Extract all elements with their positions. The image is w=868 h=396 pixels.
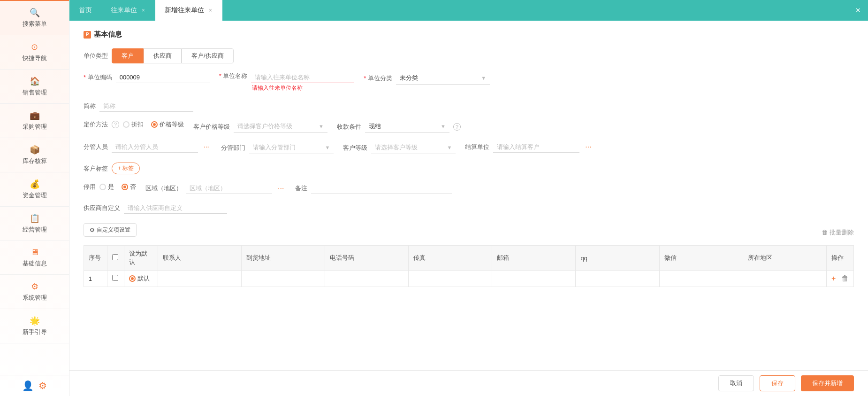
disabled-radio-group: 是 否 (99, 183, 136, 191)
search-icon: 🔍 (30, 8, 40, 18)
pricing-label: 定价方法 (84, 120, 108, 129)
sidebar-item-system[interactable]: ⚙ 系统管理 (0, 275, 69, 309)
cell-region[interactable] (743, 271, 826, 287)
add-row-button[interactable]: + (831, 274, 836, 282)
sales-icon: 🏠 (30, 76, 40, 86)
address-input[interactable] (246, 275, 320, 282)
row-default-dot (129, 275, 136, 282)
basic-icon: 🖥 (30, 248, 39, 257)
sidebar-item-sales[interactable]: 🏠 销售管理 (0, 70, 69, 104)
customer-level-select[interactable]: 请选择客户等级 ▼ (371, 141, 456, 154)
sidebar-item-purchase[interactable]: 💼 采购管理 (0, 104, 69, 138)
delete-row-button[interactable]: 🗑 (841, 274, 849, 282)
main-area: 首页 往来单位 × 新增往来单位 × × P 基本信息 单位类型 客户 供应商 … (69, 0, 868, 396)
supplier-custom-field: 供应商自定义 (84, 202, 227, 214)
customer-price-label: 客户价格等级 (193, 123, 230, 131)
cell-phone[interactable] (325, 271, 408, 287)
price-chevron-icon: ▼ (319, 124, 324, 129)
user-icon[interactable]: 👤 (22, 380, 34, 391)
tab-new-contact-close[interactable]: × (208, 6, 213, 15)
tab-bar-close-all[interactable]: × (855, 6, 860, 16)
col-contact: 联系人 (158, 246, 241, 271)
sidebar-bottom: 👤 ⚙ (0, 375, 69, 396)
customer-level-label: 客户等级 (343, 144, 367, 152)
remark-input[interactable] (311, 183, 452, 194)
email-input[interactable] (497, 275, 571, 282)
settings-icon[interactable]: ⚙ (38, 380, 47, 391)
cell-fax[interactable] (409, 271, 492, 287)
sidebar-item-quick-nav[interactable]: ⊙ 快捷导航 (0, 35, 69, 70)
pricing-radio-level[interactable]: 价格等级 (151, 120, 184, 129)
unit-category-select[interactable]: 未分类 ▼ (396, 72, 490, 85)
row-checkbox[interactable] (112, 275, 118, 281)
nav-icon: ⊙ (31, 42, 38, 52)
tab-contacts-close[interactable]: × (141, 6, 146, 15)
wechat-input[interactable] (664, 275, 738, 282)
manager-field: 分管人员 ··· (84, 141, 212, 153)
region-field: 区域（地区） ··· (145, 183, 286, 194)
add-tag-button[interactable]: + 标签 (112, 163, 140, 174)
disabled-yes[interactable]: 是 (99, 183, 114, 191)
payment-help-icon[interactable]: ? (453, 123, 461, 131)
sidebar-item-guide[interactable]: 🌟 新手引导 (0, 309, 69, 343)
dept-select[interactable]: 请输入分管部门 ▼ (249, 141, 334, 154)
yes-radio-dot (99, 184, 106, 190)
cancel-button[interactable]: 取消 (718, 375, 754, 391)
customer-price-select[interactable]: 请选择客户价格等级 ▼ (234, 120, 327, 133)
pricing-radio-discount[interactable]: 折扣 (123, 120, 144, 129)
fax-input[interactable] (413, 275, 487, 282)
region-row-input[interactable] (748, 275, 822, 282)
save-button[interactable]: 保存 (760, 375, 795, 391)
unit-btn-both[interactable]: 客户/供应商 (182, 48, 234, 63)
unit-btn-customer[interactable]: 客户 (112, 48, 144, 63)
settlement-ellipsis[interactable]: ··· (583, 143, 593, 151)
contact-input[interactable] (163, 275, 236, 282)
unit-code-label: 单位编码 (84, 73, 112, 82)
region-ellipsis[interactable]: ··· (276, 184, 286, 193)
cell-qq[interactable] (576, 271, 659, 287)
unit-name-field: 单位名称 请输入往来单位名称 (219, 72, 355, 92)
qq-input[interactable] (580, 275, 654, 282)
unit-name-wrapper: 请输入往来单位名称 (251, 72, 354, 92)
cell-email[interactable] (492, 271, 576, 287)
unit-code-input[interactable] (116, 72, 210, 83)
unit-btn-supplier[interactable]: 供应商 (144, 48, 182, 63)
short-name-input[interactable] (99, 101, 193, 112)
level-radio-dot (151, 121, 158, 128)
supplier-custom-input[interactable] (124, 202, 227, 214)
cell-address[interactable] (241, 271, 325, 287)
tab-contacts[interactable]: 往来单位 × (101, 0, 155, 21)
region-input[interactable] (186, 183, 272, 194)
manager-input[interactable] (112, 141, 198, 153)
col-checkbox[interactable] (107, 246, 124, 271)
sidebar-item-management[interactable]: 📋 经营管理 (0, 207, 69, 241)
save-new-button[interactable]: 保存并新增 (801, 375, 854, 391)
unit-name-input[interactable] (251, 72, 354, 83)
manager-ellipsis[interactable]: ··· (202, 143, 212, 151)
col-default: 设为默认 (124, 246, 158, 271)
phone-input[interactable] (330, 275, 404, 282)
row-default-radio[interactable]: 默认 (129, 274, 153, 283)
tag-field: 客户标签 + 标签 (84, 163, 140, 174)
manager-label: 分管人员 (84, 143, 108, 151)
tab-home[interactable]: 首页 (69, 0, 101, 21)
pricing-help-icon[interactable]: ? (112, 121, 119, 128)
custom-settings-button[interactable]: ⚙ 自定义项设置 (84, 223, 137, 237)
sidebar-item-inventory[interactable]: 📦 库存核算 (0, 138, 69, 172)
cell-contact[interactable] (158, 271, 241, 287)
col-address: 到货地址 (241, 246, 325, 271)
sidebar-item-search[interactable]: 🔍 搜索菜单 (0, 0, 69, 35)
customer-level-field: 客户等级 请选择客户等级 ▼ (343, 141, 456, 154)
settlement-input[interactable] (493, 141, 579, 153)
sidebar-item-basic-info[interactable]: 🖥 基础信息 (0, 241, 69, 275)
payment-terms-select[interactable]: 现结 ▼ (365, 120, 449, 133)
cell-checkbox[interactable] (107, 271, 124, 287)
sidebar-item-finance[interactable]: 💰 资金管理 (0, 172, 69, 207)
cell-default: 默认 (124, 271, 158, 287)
tab-new-contact[interactable]: 新增往来单位 × (155, 0, 222, 21)
tag-row: 客户标签 + 标签 (84, 163, 854, 174)
batch-delete-button[interactable]: 🗑 批量删除 (822, 228, 854, 237)
select-all-checkbox[interactable] (112, 254, 118, 260)
disabled-no[interactable]: 否 (122, 183, 136, 191)
cell-wechat[interactable] (659, 271, 743, 287)
